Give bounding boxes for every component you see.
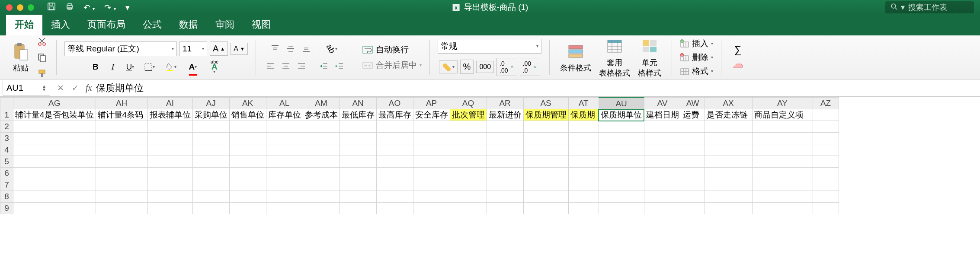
row-header-6[interactable]: 6 (0, 168, 13, 179)
cell-AQ2[interactable] (450, 121, 487, 133)
cell-AS5[interactable] (523, 156, 568, 168)
cell-AI8[interactable] (147, 191, 192, 203)
undo-icon[interactable]: ↶ ▾ (83, 3, 95, 13)
row-header-4[interactable]: 4 (0, 144, 13, 156)
cell-AN4[interactable] (339, 144, 376, 156)
cell-AP6[interactable] (413, 168, 450, 179)
cell-AZ3[interactable] (813, 133, 839, 144)
border-button[interactable]: ▾ (140, 60, 159, 73)
cell-AK5[interactable] (229, 156, 266, 168)
cell-AX7[interactable] (705, 179, 752, 191)
cancel-formula-icon[interactable]: ✕ (57, 83, 64, 93)
cell-AR7[interactable] (487, 179, 523, 191)
clear-button[interactable] (731, 59, 744, 72)
cell-AH5[interactable] (96, 156, 147, 168)
cell-AK4[interactable] (229, 144, 266, 156)
cell-AP9[interactable] (413, 203, 450, 214)
cell-AH2[interactable] (96, 121, 147, 133)
cell-AQ7[interactable] (450, 179, 487, 191)
cell-AQ6[interactable] (450, 168, 487, 179)
cell-AM6[interactable] (303, 168, 339, 179)
underline-button[interactable]: U ▾ (123, 60, 138, 73)
cell-AO7[interactable] (376, 179, 413, 191)
cell-AI6[interactable] (147, 168, 192, 179)
cell-AY7[interactable] (752, 179, 813, 191)
cell-AO6[interactable] (376, 168, 413, 179)
cell-AM2[interactable] (303, 121, 339, 133)
cell-AT9[interactable] (568, 203, 599, 214)
cell-AO2[interactable] (376, 121, 413, 133)
cell-AR1[interactable]: 最新进价 (487, 109, 523, 121)
cell-AG6[interactable] (13, 168, 96, 179)
cell-AV9[interactable] (644, 203, 681, 214)
cell-AV1[interactable]: 建档日期 (644, 109, 681, 121)
cell-AN7[interactable] (339, 179, 376, 191)
cell-AR4[interactable] (487, 144, 523, 156)
cell-AH7[interactable] (96, 179, 147, 191)
cell-AX5[interactable] (705, 156, 752, 168)
orientation-button[interactable]: ab ▾ (322, 42, 341, 55)
cell-AO4[interactable] (376, 144, 413, 156)
redo-icon[interactable]: ↷ ▾ (104, 3, 115, 13)
cell-AT2[interactable] (568, 121, 599, 133)
name-box[interactable]: AU1 ▲▼ (3, 81, 50, 95)
cell-AQ9[interactable] (450, 203, 487, 214)
cell-AG2[interactable] (13, 121, 96, 133)
cell-AS2[interactable] (523, 121, 568, 133)
cell-AL3[interactable] (266, 133, 303, 144)
row-header-2[interactable]: 2 (0, 121, 13, 133)
row-header-9[interactable]: 9 (0, 203, 13, 214)
cell-AO5[interactable] (376, 156, 413, 168)
italic-button[interactable]: I (106, 60, 120, 73)
column-header-AO[interactable]: AO (376, 98, 413, 109)
cell-AI2[interactable] (147, 121, 192, 133)
cell-AT6[interactable] (568, 168, 599, 179)
cell-AR9[interactable] (487, 203, 523, 214)
tab-插入[interactable]: 插入 (42, 14, 79, 35)
cell-AM5[interactable] (303, 156, 339, 168)
cell-AW1[interactable]: 运费 (681, 109, 705, 121)
align-top-button[interactable] (269, 42, 282, 55)
cell-AJ8[interactable] (192, 191, 229, 203)
column-header-AL[interactable]: AL (266, 98, 303, 109)
fill-color-button[interactable]: ▾ (162, 60, 181, 73)
cell-AT5[interactable] (568, 156, 599, 168)
cell-AJ4[interactable] (192, 144, 229, 156)
formula-input[interactable] (96, 81, 980, 95)
delete-cells-button[interactable]: ×删除▾ (680, 52, 713, 63)
cell-AP7[interactable] (413, 179, 450, 191)
cell-AZ5[interactable] (813, 156, 839, 168)
column-header-AZ[interactable]: AZ (813, 98, 839, 109)
cell-AM9[interactable] (303, 203, 339, 214)
cell-AG8[interactable] (13, 191, 96, 203)
cell-AH4[interactable] (96, 144, 147, 156)
cell-AO8[interactable] (376, 191, 413, 203)
decrease-decimal-button[interactable]: .00.0 (520, 58, 540, 76)
cell-AP8[interactable] (413, 191, 450, 203)
cell-AI7[interactable] (147, 179, 192, 191)
cell-AO9[interactable] (376, 203, 413, 214)
autosum-button[interactable]: ∑ (729, 43, 746, 56)
cell-AR8[interactable] (487, 191, 523, 203)
copy-icon[interactable] (35, 51, 48, 64)
cell-AJ5[interactable] (192, 156, 229, 168)
cell-AY9[interactable] (752, 203, 813, 214)
cell-AV3[interactable] (644, 133, 681, 144)
cell-AJ7[interactable] (192, 179, 229, 191)
cell-AS9[interactable] (523, 203, 568, 214)
close-icon[interactable] (6, 4, 13, 11)
cell-AV7[interactable] (644, 179, 681, 191)
cell-AR2[interactable] (487, 121, 523, 133)
cell-AH9[interactable] (96, 203, 147, 214)
cell-AV5[interactable] (644, 156, 681, 168)
insert-cells-button[interactable]: +插入▾ (680, 38, 713, 49)
decrease-indent-button[interactable] (317, 60, 330, 73)
column-header-AK[interactable]: AK (229, 98, 266, 109)
cell-AW6[interactable] (681, 168, 705, 179)
cell-AU2[interactable] (599, 121, 644, 133)
row-header-3[interactable]: 3 (0, 133, 13, 144)
print-icon[interactable] (65, 2, 74, 13)
align-middle-button[interactable] (284, 42, 297, 55)
cell-AL9[interactable] (266, 203, 303, 214)
wrap-text-button[interactable]: 自动换行 (362, 44, 409, 55)
